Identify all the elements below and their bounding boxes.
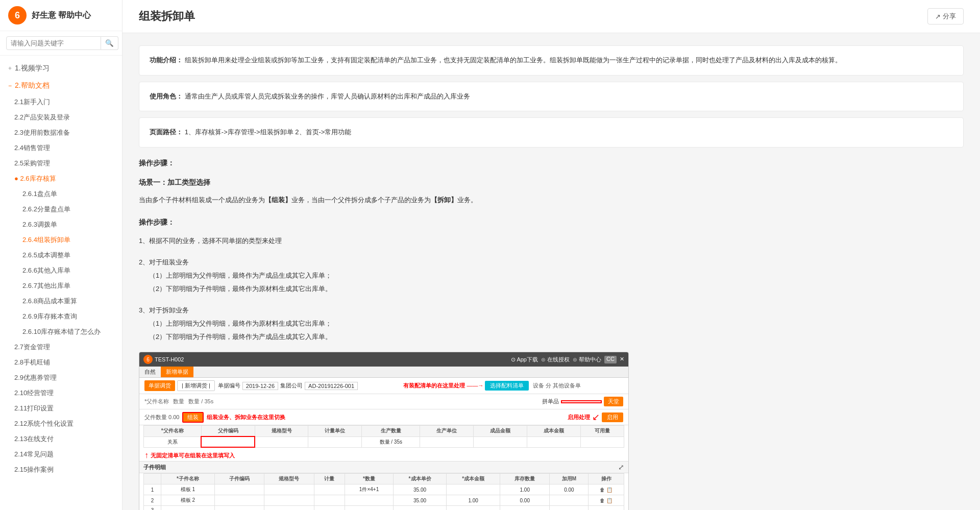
- share-icon: ↗: [935, 13, 941, 20]
- mock-tab-new[interactable]: 新增单据: [161, 367, 193, 377]
- sidebar-item-docs[interactable]: − 2.帮助文档 2.1新手入门 2.2产品安装及登录 2.3使用前数据准备 2…: [0, 77, 122, 477]
- sidebar-item-cases[interactable]: 2.15操作案例: [14, 462, 122, 477]
- sidebar-item-purchase[interactable]: 2.5采购管理: [14, 156, 122, 171]
- nav-label: 2.帮助文档: [15, 81, 50, 90]
- mock-bottom-section-header: 子件明细 ⤢: [139, 461, 628, 473]
- nav-list: + 1.视频学习 − 2.帮助文档 2.1新手入门 2.2产品安装及登录 2.3…: [0, 56, 122, 510]
- role-text: 通常由生产人员或库管人员完成拆装业务的操作，库管人员确认原材料的出库和产成品的入…: [185, 92, 470, 100]
- steps-label: 操作步骤：: [139, 156, 964, 170]
- scene1-steps-label: 操作步骤：: [139, 215, 964, 229]
- search-button[interactable]: 🔍: [101, 36, 118, 50]
- sidebar-item-partial-stocktake[interactable]: 2.6.2分量盘点单: [22, 202, 122, 217]
- mock-top-table-wrapper: *父件名称 父件编码 规格型号 计量单位 生产数量 生产单位 成品金额 成本金额…: [139, 425, 628, 450]
- mock-annotation-row: 父件数量 0.00 组装 组装业务、拆卸业务在这里切换 启用处理 ↙ 启用: [139, 409, 628, 425]
- table-row: 关系 数量 / 35s: [144, 436, 624, 447]
- step3-1: （1）上部明细为父件明细，最终作为原材料生成其它出库单；: [139, 317, 964, 330]
- role-box: 使用角色： 通常由生产人员或库管人员完成拆装业务的操作，库管人员确认原材料的出库…: [139, 82, 964, 112]
- mock-search-btn[interactable]: 天堂: [604, 397, 623, 406]
- sidebar-item-cost-adjust[interactable]: 2.6.5成本调整单: [22, 248, 122, 263]
- mock-top-table: *父件名称 父件编码 规格型号 计量单位 生产数量 生产单位 成品金额 成本金额…: [143, 425, 624, 448]
- mock-enable-btn[interactable]: 启用: [602, 412, 623, 422]
- mock-tab-home[interactable]: 自然: [139, 367, 161, 377]
- step2-1: （1）上部明细为父件明细，最终作为产成品生成其它入库单；: [139, 269, 964, 282]
- nav-label: 1.视频学习: [15, 64, 50, 73]
- scene1-desc: 当由多个子件材料组装成一个成品的业务为【组装】业务，当由一个父件拆分成多个子产品…: [139, 193, 964, 207]
- table-row: 1 模板 1 1件×4+1 35.00 1.00 0.00 🗑 📋: [144, 484, 624, 495]
- sidebar-header: 6 好生意 帮助中心: [0, 0, 122, 31]
- sidebar-item-customize[interactable]: 2.12系统个性化设置: [14, 416, 122, 431]
- sidebar-item-video[interactable]: + 1.视频学习: [0, 60, 122, 77]
- step2-2: （2）下部明细为子件明细，最终作为原材料生成其它出库单。: [139, 282, 964, 296]
- sidebar-item-inventory-fix[interactable]: 2.6.10库存账本错了怎么办: [22, 324, 122, 339]
- path-text: 1、库存核算->库存管理->组装拆卸单 2、首页->常用功能: [185, 128, 352, 136]
- nav-sub-docs: 2.1新手入门 2.2产品安装及登录 2.3使用前数据准备 2.4销售管理 2.…: [0, 94, 122, 477]
- sidebar-item-other-out[interactable]: 2.6.7其他出库单: [22, 278, 122, 294]
- role-label: 使用角色：: [150, 92, 183, 100]
- sidebar-item-dataprep[interactable]: 2.3使用前数据准备: [14, 125, 122, 140]
- sidebar-item-assembly[interactable]: 2.6.4组装拆卸单: [22, 232, 122, 248]
- plus-icon: +: [8, 65, 12, 72]
- sidebar-item-install[interactable]: 2.2产品安装及登录: [14, 110, 122, 125]
- sidebar-item-finance[interactable]: 2.7资金管理: [14, 339, 122, 355]
- sidebar-item-mobile[interactable]: 2.8手机旺铺: [14, 355, 122, 370]
- step1: 1、根据不同的业务，选择不同单据的类型来处理: [139, 234, 964, 248]
- step2: 2、对于组装业务: [139, 256, 964, 269]
- mock-assign-btn[interactable]: 选择配料清单: [485, 381, 529, 391]
- intro-text: 组装拆卸单用来处理企业组装或拆卸等加工业务，支持有固定装配清单的产品加工业务，也…: [185, 56, 842, 64]
- sidebar-item-stocktake[interactable]: 2.6.1盘点单: [22, 186, 122, 202]
- screenshot-mockup: 6 TEST-H002 ⊙ App下载 ⊙ 在线授权 ⊙ 帮助中心 CC ✕ 自…: [139, 352, 629, 510]
- mock-new-btn[interactable]: 单据调货: [144, 380, 175, 391]
- mock-nav: 自然 新增单据: [139, 367, 628, 378]
- mock-supplier-input[interactable]: [561, 400, 602, 403]
- mock-bottom-table: *子件名称 子件编码 规格型号 计量 *数量 *成本单价 *成本金额 库存数量 …: [143, 473, 624, 510]
- annotation1: 有装配清单的在这里处理: [403, 382, 465, 388]
- step3-2: （2）下部明细为子件明细，最终作为产成品生成其它入库单。: [139, 330, 964, 344]
- sidebar-item-other-in[interactable]: 2.6.6其他入库单: [22, 263, 122, 278]
- mock-titlebar: 6 TEST-H002 ⊙ App下载 ⊙ 在线授权 ⊙ 帮助中心 CC ✕: [139, 352, 628, 367]
- sidebar-item-inventory[interactable]: ● 2.6库存核算: [14, 171, 122, 186]
- sidebar-item-payment[interactable]: 2.13在线支付: [14, 431, 122, 447]
- mock-toolbar: 单据调货 | 新增调货 | 单据编号 2019-12-26 集团公司 AD-20…: [139, 378, 628, 394]
- annotation5: 无固定清单可在组装在这里填写入: [151, 452, 235, 459]
- path-box: 页面路径： 1、库存核算->库存管理->组装拆卸单 2、首页->常用功能: [139, 117, 964, 148]
- annotation4: 启用处理: [568, 414, 590, 421]
- mock-bottom-table-wrapper: *子件名称 子件编码 规格型号 计量 *数量 *成本单价 *成本金额 库存数量 …: [139, 473, 628, 510]
- mock-assembly-toggle[interactable]: 组装: [182, 412, 204, 423]
- step3: 3、对于拆卸业务: [139, 304, 964, 317]
- share-label: 分享: [943, 12, 956, 21]
- minus-icon: −: [8, 82, 12, 89]
- mock-close-icon: ✕: [620, 356, 624, 363]
- mock-expand-icon[interactable]: ⤢: [618, 463, 624, 471]
- page-title: 组装拆卸单: [139, 9, 195, 24]
- sidebar-item-transfer[interactable]: 2.6.3调拨单: [22, 217, 122, 232]
- search-box: 🔍: [0, 31, 122, 56]
- mock-list-btn[interactable]: | 新增调货 |: [177, 380, 215, 391]
- main-content: 组装拆卸单 ↗ 分享 功能介绍： 组装拆卸单用来处理企业组装或拆卸等加工业务，支…: [122, 0, 980, 510]
- sidebar-item-faq[interactable]: 2.14常见问题: [14, 447, 122, 462]
- sidebar-item-sales[interactable]: 2.4销售管理: [14, 140, 122, 156]
- path-label: 页面路径：: [150, 128, 183, 136]
- logo: 6: [8, 6, 27, 25]
- content-area: 功能介绍： 组装拆卸单用来处理企业组装或拆卸等加工业务，支持有固定装配清单的产品…: [122, 33, 980, 510]
- annotation3: 组装业务、拆卸业务在这里切换: [207, 414, 285, 421]
- search-input[interactable]: [6, 36, 101, 50]
- mock-title: TEST-H002: [155, 356, 184, 362]
- mock-logo: 6: [143, 355, 153, 364]
- table-row: 2 模板 2 35.00 1.00 0.00 🗑 📋: [144, 495, 624, 506]
- share-button[interactable]: ↗ 分享: [927, 8, 964, 25]
- scene1-label: 场景一：加工类型选择: [139, 175, 964, 189]
- mock-switch-lbl: 父件数量 0.00: [144, 414, 179, 421]
- sidebar-item-newcomer[interactable]: 2.1新手入门: [14, 94, 122, 110]
- sidebar-item-coupon[interactable]: 2.9优惠券管理: [14, 370, 122, 385]
- sidebar-item-print[interactable]: 2.11打印设置: [14, 401, 122, 416]
- sidebar: 6 好生意 帮助中心 🔍 + 1.视频学习 − 2.帮助文档 2.1新手入门 2…: [0, 0, 122, 510]
- intro-box: 功能介绍： 组装拆卸单用来处理企业组装或拆卸等加工业务，支持有固定装配清单的产品…: [139, 45, 964, 76]
- sidebar-item-cost-recalc[interactable]: 2.6.8商品成本重算: [22, 294, 122, 309]
- sidebar-item-inventory-book[interactable]: 2.6.9库存账本查询: [22, 309, 122, 324]
- main-header: 组装拆卸单 ↗ 分享: [122, 0, 980, 33]
- steps-section: 操作步骤： 场景一：加工类型选择 当由多个子件材料组装成一个成品的业务为【组装】…: [139, 156, 964, 344]
- table-row: 3: [144, 506, 624, 510]
- app-title: 好生意 帮助中心: [32, 10, 91, 21]
- sidebar-item-operations[interactable]: 2.10经营管理: [14, 385, 122, 401]
- mock-form-row: *父件名称 数量 数量 / 35s 拼单品 天堂: [139, 394, 628, 409]
